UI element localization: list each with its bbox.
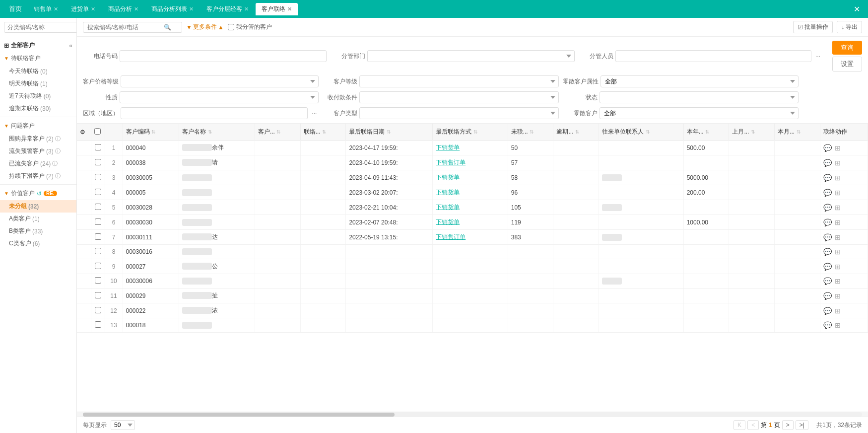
col-no-contact-header[interactable]: 未联... ⇅ (508, 124, 553, 141)
last-way-link[interactable]: 下销售订单 (436, 159, 466, 166)
last-way-link[interactable]: 下销售订单 (436, 233, 466, 240)
col-checkbox-cell[interactable] (91, 185, 105, 200)
status-select[interactable] (600, 91, 799, 103)
nav-home[interactable]: 首页 (4, 2, 27, 15)
sidebar-item-ungrouped[interactable]: 未分组 (32) (0, 200, 76, 213)
nav-tab-customer-contact[interactable]: 客户联络 ✕ (256, 3, 298, 15)
first-page-button[interactable]: K (734, 420, 745, 430)
col-type-header[interactable]: 客户... ⇅ (255, 124, 300, 141)
reset-button[interactable]: 设置 (832, 57, 862, 72)
message-icon[interactable]: 💬 (823, 144, 832, 152)
sidebar-item-a-class[interactable]: A类客户 (1) (0, 213, 76, 225)
message-icon[interactable]: 💬 (823, 321, 832, 329)
grid-action-icon[interactable]: ⊞ (835, 292, 841, 300)
row-checkbox[interactable] (95, 307, 101, 313)
export-button[interactable]: ↓ 导出 (837, 21, 862, 33)
horizontal-scrollbar[interactable] (77, 412, 868, 417)
close-tab-purchase[interactable]: ✕ (91, 6, 95, 12)
grid-action-icon[interactable]: ⊞ (835, 321, 841, 329)
grid-action-icon[interactable]: ⊞ (835, 159, 841, 167)
sidebar-collapse-icon[interactable]: « (69, 42, 72, 49)
col-checkbox-cell[interactable] (91, 303, 105, 318)
col-checkbox-all[interactable] (91, 124, 105, 141)
col-checkbox-cell[interactable] (91, 215, 105, 230)
batch-op-button[interactable]: ☑ 批量操作 (793, 21, 833, 33)
grid-action-icon[interactable]: ⊞ (835, 263, 841, 271)
sidebar-item-overdue-waiting[interactable]: 逾期未联络 (30) (0, 102, 76, 115)
grid-action-icon[interactable]: ⊞ (835, 248, 841, 256)
scroll-thumb[interactable] (83, 413, 395, 417)
last-way-link[interactable]: 下销货单 (436, 204, 460, 211)
col-checkbox-cell[interactable] (91, 141, 105, 155)
col-checkbox-cell[interactable] (91, 170, 105, 185)
message-icon[interactable]: 💬 (823, 159, 832, 167)
sidebar-problem-section[interactable]: ▼ 问题客户 (0, 119, 76, 133)
col-checkbox-cell[interactable] (91, 318, 105, 333)
customer-level-select[interactable] (359, 75, 558, 87)
grid-action-icon[interactable]: ⊞ (835, 144, 841, 152)
window-close-button[interactable]: ✕ (850, 4, 864, 14)
close-tab-product-list[interactable]: ✕ (189, 6, 194, 12)
message-icon[interactable]: 💬 (823, 218, 832, 226)
sidebar-item-tomorrow-waiting[interactable]: 明天待联络 (1) (0, 77, 76, 90)
sidebar-item-churn-warning[interactable]: 流失预警客户 (3) ⓘ (0, 145, 76, 157)
col-checkbox-cell[interactable] (91, 230, 105, 245)
message-icon[interactable]: 💬 (823, 233, 832, 241)
grid-action-icon[interactable]: ⊞ (835, 277, 841, 285)
prev-page-button[interactable]: < (747, 420, 759, 430)
retail-attr-select[interactable]: 全部 (601, 75, 799, 87)
row-checkbox[interactable] (95, 292, 101, 298)
row-checkbox[interactable] (95, 144, 101, 150)
col-last-date-header[interactable]: 最后联络日期 ⇅ (346, 124, 433, 141)
scroll-track[interactable] (83, 412, 862, 417)
sidebar-score-section[interactable]: ▼ 价值客户 ↺ RE. (0, 187, 76, 200)
message-icon[interactable]: 💬 (823, 292, 832, 300)
sidebar-item-7days-waiting[interactable]: 近7天待联络 (0) (0, 90, 76, 102)
row-checkbox[interactable] (95, 277, 101, 284)
sidebar-item-declining[interactable]: 持续下滑客户 (2) ⓘ (0, 170, 76, 182)
dept-select[interactable] (367, 50, 574, 62)
refresh-icon[interactable]: ↺ (37, 190, 42, 197)
message-icon[interactable]: 💬 (823, 263, 832, 271)
filter-search-box[interactable]: 🔍 (83, 22, 182, 33)
col-checkbox-cell[interactable] (91, 274, 105, 289)
col-last-way-header[interactable]: 最后联络方式 ⇅ (433, 124, 508, 141)
sidebar-item-today-waiting[interactable]: 今天待联络 (0) (0, 65, 76, 77)
nav-tab-sales[interactable]: 销售单 ✕ (28, 3, 64, 15)
message-icon[interactable]: 💬 (823, 189, 832, 197)
col-this-year-header[interactable]: 本年... ⇅ (683, 124, 729, 141)
row-checkbox[interactable] (95, 263, 101, 269)
col-checkbox-cell[interactable] (91, 155, 105, 170)
manager-input[interactable] (615, 50, 811, 62)
last-way-link[interactable]: 下销货单 (436, 218, 460, 225)
region-dotdot[interactable]: ··· (310, 110, 319, 117)
payment-select[interactable] (359, 91, 558, 103)
nature-select[interactable] (120, 91, 319, 103)
last-way-link[interactable]: 下销货单 (436, 144, 460, 151)
row-checkbox[interactable] (95, 248, 101, 254)
row-checkbox[interactable] (95, 204, 101, 210)
manager-dotdot[interactable]: ··· (813, 53, 822, 60)
grid-action-icon[interactable]: ⊞ (835, 174, 841, 182)
nav-tab-purchase[interactable]: 进货单 ✕ (65, 3, 101, 15)
nav-tab-product-analysis[interactable]: 商品分析 ✕ (102, 3, 144, 15)
my-customers-check[interactable] (228, 24, 234, 30)
sidebar-all-customers-header[interactable]: ⊞ 全部客户 « (0, 37, 76, 52)
grid-action-icon[interactable]: ⊞ (835, 233, 841, 241)
grid-action-icon[interactable]: ⊞ (835, 204, 841, 212)
col-checkbox-cell[interactable] (91, 245, 105, 259)
row-checkbox[interactable] (95, 159, 101, 165)
col-unit-contact-header[interactable]: 往来单位联系人 ⇅ (599, 124, 683, 141)
row-checkbox[interactable] (95, 218, 101, 225)
message-icon[interactable]: 💬 (823, 307, 832, 315)
phone-input[interactable] (120, 50, 327, 62)
row-checkbox[interactable] (95, 174, 101, 180)
col-checkbox-cell[interactable] (91, 200, 105, 215)
col-checkbox-cell[interactable] (91, 259, 105, 274)
nav-tab-customer-segment[interactable]: 客户分层经客 ✕ (200, 3, 255, 15)
sidebar-item-b-class[interactable]: B类客户 (33) (0, 225, 76, 237)
message-icon[interactable]: 💬 (823, 248, 832, 256)
row-checkbox[interactable] (95, 321, 101, 328)
col-name-header[interactable]: 客户名称 ⇅ (179, 124, 255, 141)
query-button[interactable]: 查询 (832, 41, 862, 55)
